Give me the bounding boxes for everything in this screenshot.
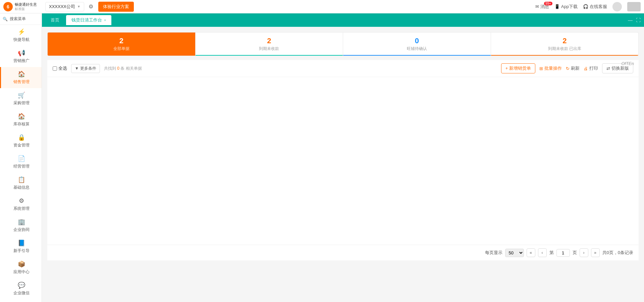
first-page-btn[interactable]: « xyxy=(527,248,535,257)
sidebar-item-app-center[interactable]: 📦 应用中心 xyxy=(0,257,42,278)
stat-tab-shipped[interactable]: 2 到期未收款 已出库 xyxy=(491,33,639,56)
company-name: XXXXXX公司 xyxy=(49,4,75,10)
sidebar-item-enterprise[interactable]: 🏢 企业协同 xyxy=(0,215,42,236)
total-info: 共0页，0条记录 xyxy=(602,250,633,256)
often-watermark: OfTEn xyxy=(621,61,634,66)
trial-button[interactable]: 体验行业方案 xyxy=(98,2,134,12)
last-page-btn[interactable]: » xyxy=(591,248,600,257)
page-label-suffix: 页 xyxy=(573,250,577,256)
download-icon: 📱 xyxy=(554,4,560,9)
page-number-input[interactable] xyxy=(556,249,570,257)
sidebar-item-inventory[interactable]: 🏠 库存核算 xyxy=(0,109,42,130)
checkbox-input[interactable] xyxy=(53,66,57,71)
avatar[interactable] xyxy=(612,2,622,11)
refresh-button[interactable]: ↻ 刷新 xyxy=(566,65,580,71)
refresh-icon: ↻ xyxy=(566,66,570,71)
toolbar-right: + 新增销货单 ⊞ 批量操作 ↻ 刷新 🖨 打印 ⇄ 切换新版 xyxy=(501,63,633,73)
avatar2[interactable] xyxy=(627,2,641,11)
stat-tab-overdue[interactable]: 2 到期未收款 xyxy=(196,33,343,56)
company-selector[interactable]: XXXXXX公司 ▼ xyxy=(45,2,84,11)
print-button[interactable]: 🖨 打印 xyxy=(584,65,598,71)
tab-workbench[interactable]: 钱货日清工作台 × xyxy=(66,15,111,25)
tab-nav: 首页 钱货日清工作台 × — ⛶ xyxy=(42,13,644,27)
sidebar-item-wechat[interactable]: 💬 企业微信 xyxy=(0,278,42,299)
system-icon: ⚙ xyxy=(19,197,24,204)
message-icon: ✉ xyxy=(535,4,539,9)
stat-tab-pending[interactable]: 0 旺辅待确认 xyxy=(343,33,491,56)
sidebar-item-member[interactable]: ▽ 畅会员 xyxy=(0,299,42,302)
message-btn[interactable]: ✉ 消息 99+ xyxy=(535,4,549,10)
print-icon: 🖨 xyxy=(584,66,588,71)
enterprise-icon: 🏢 xyxy=(18,218,25,226)
main-content: 首页 钱货日清工作台 × — ⛶ 2 全部单据 2 到期未收款 0 旺辅待确认 xyxy=(42,13,644,302)
chevron-down-icon: ▼ xyxy=(77,5,80,8)
sales-icon: 🏠 xyxy=(18,70,25,78)
sidebar-item-operations[interactable]: 📄 经营管理 xyxy=(0,152,42,173)
wechat-icon: 💬 xyxy=(18,282,25,289)
lightning-icon: ⚡ xyxy=(18,28,25,36)
search-menu-item[interactable]: 🔍 搜索菜单 xyxy=(0,13,42,25)
page-size-label: 每页显示 xyxy=(485,250,502,256)
app-center-icon: 📦 xyxy=(18,260,25,268)
content-area: 2 全部单据 2 到期未收款 0 旺辅待确认 2 到期未收款 已出库 xyxy=(42,27,644,302)
tab-nav-actions: — ⛶ xyxy=(628,17,641,23)
pagination: 每页显示 50 100 200 « ‹ 第 页 › » 共0页，0条记录 xyxy=(47,245,639,260)
purchase-icon: 🛒 xyxy=(18,92,25,99)
sidebar-item-purchase[interactable]: 🛒 采购管理 xyxy=(0,88,42,109)
finance-icon: 🔒 xyxy=(18,134,25,141)
prev-page-btn[interactable]: ‹ xyxy=(538,248,547,257)
minimize-icon[interactable]: — xyxy=(628,17,633,23)
select-all-checkbox[interactable]: 全选 xyxy=(53,65,67,71)
marketing-icon: 📢 xyxy=(18,49,25,57)
toolbar: 全选 ▼ 更多条件 共找到 0 条 相关单据 + 新增销货单 ⊞ 批量操作 ↻ xyxy=(47,60,639,77)
maximize-icon[interactable]: ⛶ xyxy=(636,17,641,23)
table-area xyxy=(47,77,639,245)
close-tab-icon[interactable]: × xyxy=(104,18,106,22)
count-info: 共找到 0 条 相关单据 xyxy=(104,66,142,71)
new-sale-button[interactable]: + 新增销货单 xyxy=(501,63,535,73)
sidebar: 🔍 搜索菜单 ⚡ 快捷导航 📢 营销推广 🏠 销售管理 🛒 采购管理 🏠 库存核… xyxy=(0,13,42,302)
search-icon: 🔍 xyxy=(3,17,8,21)
batch-ops-button[interactable]: ⊞ 批量操作 xyxy=(539,65,562,71)
sidebar-item-system[interactable]: ⚙ 系统管理 xyxy=(0,194,42,215)
app-download-btn[interactable]: 📱 App下载 xyxy=(554,4,578,10)
next-page-btn[interactable]: › xyxy=(580,248,588,257)
stat-tab-all[interactable]: 2 全部单据 xyxy=(48,33,196,56)
stats-tabs: 2 全部单据 2 到期未收款 0 旺辅待确认 2 到期未收款 已出库 xyxy=(47,32,639,56)
header-right: ✉ 消息 99+ 📱 App下载 🎧 在线客服 xyxy=(535,2,641,11)
guide-icon: 📘 xyxy=(18,239,25,247)
settings-icon[interactable]: ⚙ xyxy=(86,2,96,11)
sidebar-item-finance[interactable]: 🔒 资金管理 xyxy=(0,130,42,152)
logo-area: 6 畅捷通好生意 标准版 xyxy=(3,2,45,11)
online-service-btn[interactable]: 🎧 在线客服 xyxy=(583,4,607,10)
logo-text: 畅捷通好生意 标准版 xyxy=(15,2,37,11)
service-icon: 🎧 xyxy=(583,4,588,9)
top-header: 6 畅捷通好生意 标准版 XXXXXX公司 ▼ ⚙ 体验行业方案 ✉ 消息 99… xyxy=(0,0,644,13)
basic-info-icon: 📋 xyxy=(18,176,25,183)
sidebar-item-marketing[interactable]: 📢 营销推广 xyxy=(0,46,42,67)
sidebar-item-sales[interactable]: 🏠 销售管理 xyxy=(0,67,42,88)
batch-icon: ⊞ xyxy=(539,66,543,71)
sidebar-item-basic-info[interactable]: 📋 基础信息 xyxy=(0,173,42,194)
operations-icon: 📄 xyxy=(18,155,25,162)
tab-home[interactable]: 首页 xyxy=(45,15,65,25)
message-badge: 99+ xyxy=(544,2,552,5)
switch-icon: ⇄ xyxy=(606,66,610,71)
count-value: 0 xyxy=(117,66,119,71)
sidebar-item-guide[interactable]: 📘 新手引导 xyxy=(0,236,42,257)
filter-button[interactable]: ▼ 更多条件 xyxy=(71,64,100,73)
sidebar-item-quick-nav[interactable]: ⚡ 快捷导航 xyxy=(0,25,42,46)
inventory-icon: 🏠 xyxy=(18,113,25,120)
page-size-select[interactable]: 50 100 200 xyxy=(505,249,524,257)
page-label: 第 xyxy=(549,250,554,256)
filter-icon: ▼ xyxy=(75,66,79,71)
logo-icon: 6 xyxy=(3,2,13,11)
